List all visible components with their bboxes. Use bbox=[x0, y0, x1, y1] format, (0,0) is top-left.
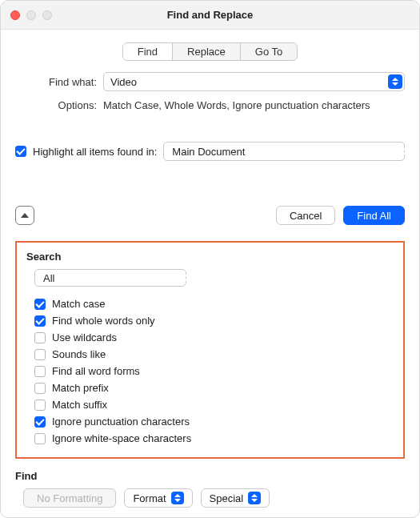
options-label: Options: bbox=[15, 99, 103, 111]
opt-ignore-punctuation-checkbox[interactable] bbox=[34, 416, 46, 428]
special-menu-button[interactable]: Special bbox=[201, 488, 270, 508]
tab-goto[interactable]: Go To bbox=[241, 43, 297, 60]
opt-word-forms-checkbox[interactable] bbox=[34, 366, 46, 377]
opt-ignore-whitespace[interactable]: Ignore white-space characters bbox=[34, 432, 394, 444]
minimize-window-icon[interactable] bbox=[26, 10, 36, 20]
no-formatting-button: No Formatting bbox=[23, 488, 116, 508]
window-title: Find and Replace bbox=[1, 9, 419, 21]
search-options-list: Match case Find whole words only Use wil… bbox=[26, 298, 394, 444]
highlight-scope-select[interactable]: Main Document bbox=[163, 142, 405, 161]
highlight-row: Highlight all items found in: Main Docum… bbox=[15, 142, 405, 161]
chevron-up-icon bbox=[21, 213, 29, 218]
find-what-row: Find what: Video bbox=[15, 72, 405, 91]
search-section-title: Search bbox=[26, 251, 394, 263]
opt-word-forms[interactable]: Find all word forms bbox=[34, 365, 394, 377]
find-replace-window: Find and Replace Find Replace Go To Find… bbox=[0, 0, 420, 518]
find-what-input[interactable]: Video bbox=[103, 72, 405, 91]
opt-whole-words[interactable]: Find whole words only bbox=[34, 315, 394, 327]
opt-ignore-punctuation[interactable]: Ignore punctuation characters bbox=[34, 416, 394, 428]
mode-tabs: Find Replace Go To bbox=[15, 42, 405, 61]
opt-match-suffix-checkbox[interactable] bbox=[34, 400, 46, 411]
opt-match-prefix[interactable]: Match prefix bbox=[34, 382, 394, 394]
tab-find[interactable]: Find bbox=[123, 43, 173, 60]
zoom-window-icon[interactable] bbox=[42, 10, 52, 20]
opt-sounds-like-label: Sounds like bbox=[52, 348, 106, 360]
format-chevron-icon bbox=[171, 492, 184, 504]
search-options-panel: Search All Match case Find whole words o… bbox=[15, 241, 405, 459]
special-chevron-icon bbox=[248, 492, 261, 504]
opt-ignore-whitespace-label: Ignore white-space characters bbox=[52, 432, 191, 444]
find-footer-title: Find bbox=[15, 470, 405, 482]
collapse-options-button[interactable] bbox=[15, 206, 34, 225]
find-what-label: Find what: bbox=[15, 76, 103, 88]
opt-wildcards-checkbox[interactable] bbox=[34, 332, 46, 343]
opt-sounds-like[interactable]: Sounds like bbox=[34, 348, 394, 360]
options-row: Options: Match Case, Whole Words, Ignore… bbox=[15, 99, 405, 111]
opt-match-case-label: Match case bbox=[52, 298, 105, 310]
find-footer: Find No Formatting Format Special bbox=[15, 470, 405, 508]
close-window-icon[interactable] bbox=[10, 10, 20, 20]
opt-wildcards[interactable]: Use wildcards bbox=[34, 331, 394, 343]
cancel-button[interactable]: Cancel bbox=[276, 206, 335, 225]
titlebar: Find and Replace bbox=[1, 1, 419, 30]
options-value: Match Case, Whole Words, Ignore punctuat… bbox=[103, 99, 405, 111]
search-scope-select[interactable]: All bbox=[34, 269, 186, 287]
action-row: Cancel Find All bbox=[15, 206, 405, 225]
traffic-lights bbox=[1, 10, 52, 20]
format-label: Format bbox=[133, 492, 166, 504]
opt-wildcards-label: Use wildcards bbox=[52, 331, 117, 343]
opt-ignore-whitespace-checkbox[interactable] bbox=[34, 433, 46, 444]
opt-match-case[interactable]: Match case bbox=[34, 298, 394, 310]
highlight-checkbox-wrap[interactable]: Highlight all items found in: bbox=[15, 146, 157, 158]
highlight-checkbox[interactable] bbox=[15, 146, 26, 157]
highlight-label: Highlight all items found in: bbox=[33, 146, 157, 158]
opt-match-prefix-checkbox[interactable] bbox=[34, 383, 46, 394]
find-all-button[interactable]: Find All bbox=[343, 206, 405, 225]
format-menu-button[interactable]: Format bbox=[124, 488, 192, 508]
opt-ignore-punctuation-label: Ignore punctuation characters bbox=[52, 416, 190, 428]
content-area: Find Replace Go To Find what: Video Opti… bbox=[1, 30, 419, 518]
search-scope-value: All bbox=[43, 272, 184, 284]
opt-whole-words-label: Find whole words only bbox=[52, 315, 155, 327]
opt-word-forms-label: Find all word forms bbox=[52, 365, 140, 377]
opt-match-prefix-label: Match prefix bbox=[52, 382, 109, 394]
opt-whole-words-checkbox[interactable] bbox=[34, 315, 46, 327]
opt-match-case-checkbox[interactable] bbox=[34, 299, 46, 310]
find-what-history-icon[interactable] bbox=[388, 74, 402, 89]
opt-sounds-like-checkbox[interactable] bbox=[34, 349, 46, 360]
tab-replace[interactable]: Replace bbox=[173, 43, 241, 60]
find-what-value: Video bbox=[110, 76, 388, 88]
highlight-scope-value: Main Document bbox=[172, 146, 402, 158]
special-label: Special bbox=[210, 492, 244, 504]
opt-match-suffix-label: Match suffix bbox=[52, 399, 107, 411]
opt-match-suffix[interactable]: Match suffix bbox=[34, 399, 394, 411]
